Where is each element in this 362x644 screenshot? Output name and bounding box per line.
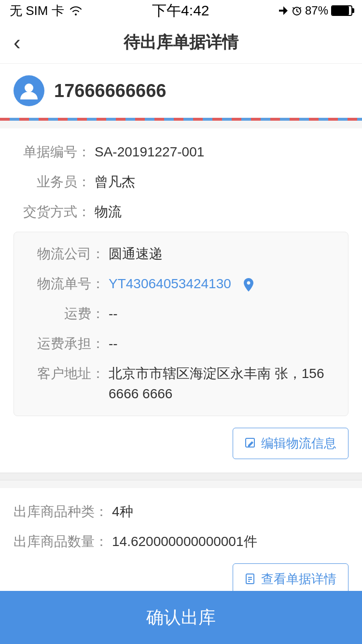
battery-percent: 87% xyxy=(305,4,328,17)
status-right: 87% xyxy=(278,4,352,17)
edit-icon xyxy=(245,437,257,450)
map-pin-icon[interactable] xyxy=(241,277,256,293)
salesman-row: 业务员： 曾凡杰 xyxy=(14,172,348,192)
back-button[interactable]: ‹ xyxy=(14,30,21,55)
freight-label: 运费： xyxy=(28,304,105,324)
main-content: 17666666666 单据编号： SA-20191227-001 业务员： 曾… xyxy=(0,64,362,644)
alarm-icon xyxy=(292,5,302,16)
nav-bar: ‹ 待出库单据详情 xyxy=(0,21,362,64)
dashed-divider xyxy=(0,118,362,121)
section-separator xyxy=(0,473,362,480)
confirm-btn-label: 确认出库 xyxy=(146,606,216,630)
logistics-box: 物流公司： 圆通速递 物流单号： YT43064053424130 运费： -- xyxy=(14,232,348,416)
freight-value: -- xyxy=(109,304,334,324)
status-bar: 无 SIM 卡 下午4:42 87% xyxy=(0,0,362,21)
status-left: 无 SIM 卡 xyxy=(10,2,84,19)
logistics-company-label: 物流公司： xyxy=(28,244,105,264)
svg-point-2 xyxy=(25,84,33,92)
logistics-company-value: 圆通速递 xyxy=(109,244,334,264)
edit-btn-row: 编辑物流信息 xyxy=(14,428,348,459)
freight-bearer-row: 运费承担： -- xyxy=(28,334,334,354)
avatar xyxy=(14,75,44,106)
tracking-value: YT43064053424130 xyxy=(109,274,334,294)
doc-no-value: SA-20191227-001 xyxy=(95,142,348,162)
view-detail-btn-row: 查看单据详情 xyxy=(14,563,348,595)
delivery-row: 交货方式： 物流 xyxy=(14,202,348,222)
salesman-label: 业务员： xyxy=(14,172,91,192)
svg-point-0 xyxy=(75,14,77,15)
tracking-label: 物流单号： xyxy=(28,274,105,294)
doc-no-row: 单据编号： SA-20191227-001 xyxy=(14,142,348,162)
doc-no-label: 单据编号： xyxy=(14,142,91,162)
goods-types-row: 出库商品种类： 4种 xyxy=(14,502,348,522)
goods-quantity-value: 14.620000000000001件 xyxy=(112,532,348,552)
location-icon xyxy=(278,5,289,16)
carrier-text: 无 SIM 卡 xyxy=(10,2,64,19)
view-detail-button[interactable]: 查看单据详情 xyxy=(233,563,348,595)
address-value: 北京市市辖区海淀区永丰南 张，156 6666 6666 xyxy=(109,364,334,404)
page-title: 待出库单据详情 xyxy=(124,31,238,54)
wifi-icon xyxy=(68,5,84,16)
order-info-section: 单据编号： SA-20191227-001 业务员： 曾凡杰 交货方式： 物流 … xyxy=(0,128,362,473)
confirm-outbound-button[interactable]: 确认出库 xyxy=(0,591,362,644)
goods-types-value: 4种 xyxy=(112,502,348,522)
customer-card: 17666666666 xyxy=(0,64,362,118)
delivery-label: 交货方式： xyxy=(14,202,91,222)
edit-logistics-button[interactable]: 编辑物流信息 xyxy=(233,428,348,459)
tracking-row: 物流单号： YT43064053424130 xyxy=(28,274,334,294)
freight-row: 运费： -- xyxy=(28,304,334,324)
goods-types-label: 出库商品种类： xyxy=(14,502,108,522)
goods-info-section: 出库商品种类： 4种 出库商品数量： 14.620000000000001件 查… xyxy=(0,488,362,608)
document-icon xyxy=(245,573,257,586)
customer-phone: 17666666666 xyxy=(54,81,166,101)
person-icon xyxy=(19,81,39,100)
logistics-company-row: 物流公司： 圆通速递 xyxy=(28,244,334,264)
goods-quantity-label: 出库商品数量： xyxy=(14,532,108,552)
freight-bearer-label: 运费承担： xyxy=(28,334,105,354)
address-label: 客户地址： xyxy=(28,364,105,384)
address-row: 客户地址： 北京市市辖区海淀区永丰南 张，156 6666 6666 xyxy=(28,364,334,404)
goods-quantity-row: 出库商品数量： 14.620000000000001件 xyxy=(14,532,348,552)
freight-bearer-value: -- xyxy=(109,334,334,354)
salesman-value: 曾凡杰 xyxy=(95,172,348,192)
delivery-value: 物流 xyxy=(95,202,348,222)
battery-icon xyxy=(331,5,352,16)
time-display: 下午4:42 xyxy=(152,1,209,21)
